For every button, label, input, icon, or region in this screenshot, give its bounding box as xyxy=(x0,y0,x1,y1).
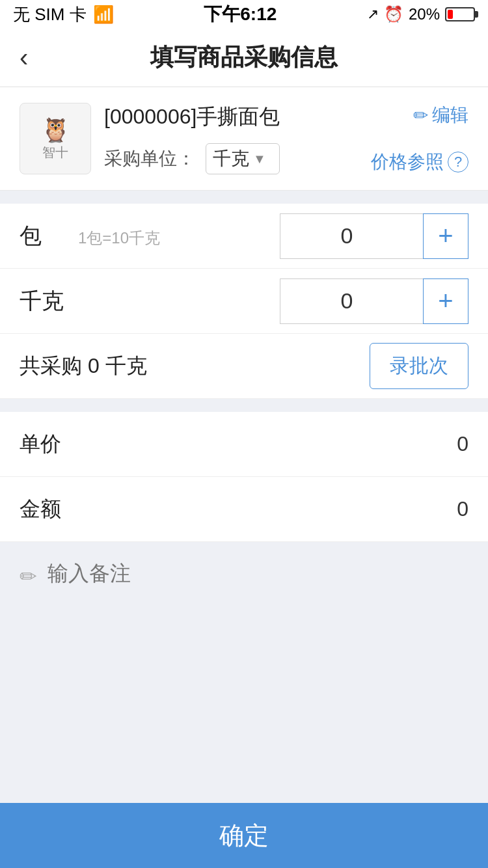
alarm-icon: ⏰ xyxy=(384,5,403,23)
status-bar: 无 SIM 卡 📶 下午6:12 ↗ ⏰ 20% xyxy=(0,0,488,29)
product-info: [0000006]手撕面包 采购单位： 千克 ▼ xyxy=(104,103,358,174)
product-card: 🦉 智十 [0000006]手撕面包 采购单位： 千克 ▼ ✏ 编辑 价格参照 … xyxy=(0,87,488,191)
unit-price-row: 单价 0 xyxy=(0,412,488,477)
nav-bar: ‹ 填写商品采购信息 xyxy=(0,29,488,87)
edit-label: 编辑 xyxy=(432,103,468,128)
kg-label: 千克 xyxy=(20,286,72,316)
location-icon: ↗ xyxy=(367,6,379,23)
quantity-section: 包 1包=10千克 + 千克 + xyxy=(0,204,488,334)
kg-quantity-input[interactable] xyxy=(280,278,423,324)
unit-price-value: 0 xyxy=(457,432,468,456)
product-thumb-label: 智十 xyxy=(42,144,68,161)
status-right: ↗ ⏰ 20% xyxy=(367,5,475,23)
product-unit-row: 采购单位： 千克 ▼ xyxy=(104,143,358,174)
amount-label: 金额 xyxy=(20,495,61,524)
quantity-row-bao: 包 1包=10千克 + xyxy=(0,204,488,269)
quantity-row-kg: 千克 + xyxy=(0,269,488,334)
page-title: 填写商品采购信息 xyxy=(150,42,338,74)
bao-label-wrap: 包 1包=10千克 xyxy=(20,221,280,251)
unit-value: 千克 xyxy=(213,146,249,171)
confirm-button[interactable]: 确定 xyxy=(0,803,488,868)
product-thumbnail: 🦉 智十 xyxy=(20,103,91,174)
battery-icon xyxy=(445,7,475,21)
help-icon: ? xyxy=(448,152,468,172)
total-label: 共采购 0 千克 xyxy=(20,352,147,381)
product-actions: ✏ 编辑 价格参照 ? xyxy=(371,103,468,174)
section-divider-1 xyxy=(0,191,488,204)
price-reference-button[interactable]: 价格参照 ? xyxy=(371,150,468,174)
price-ref-label: 价格参照 xyxy=(371,150,444,174)
status-time: 下午6:12 xyxy=(204,2,277,27)
product-thumb-icon: 🦉 xyxy=(41,116,70,144)
kg-plus-button[interactable]: + xyxy=(423,278,468,324)
bao-label: 包 xyxy=(20,221,72,251)
bao-plus-button[interactable]: + xyxy=(423,213,468,259)
wifi-icon: 📶 xyxy=(93,5,114,25)
notes-input[interactable] xyxy=(47,562,468,586)
amount-value: 0 xyxy=(457,497,468,521)
edit-icon: ✏ xyxy=(413,105,428,126)
bao-sublabel: 1包=10千克 xyxy=(78,228,160,249)
edit-button[interactable]: ✏ 编辑 xyxy=(413,103,468,128)
status-left: 无 SIM 卡 📶 xyxy=(13,3,114,26)
price-info-section: 单价 0 金额 0 xyxy=(0,412,488,542)
product-name: [0000006]手撕面包 xyxy=(104,103,358,131)
unit-label: 采购单位： xyxy=(104,146,195,171)
unit-price-label: 单价 xyxy=(20,430,61,459)
kg-label-wrap: 千克 xyxy=(20,286,280,316)
total-row: 共采购 0 千克 录批次 xyxy=(0,334,488,399)
bao-quantity-input[interactable] xyxy=(280,213,423,259)
unit-select[interactable]: 千克 ▼ xyxy=(206,143,280,174)
batch-button[interactable]: 录批次 xyxy=(370,343,468,389)
notes-section: ✏ xyxy=(0,542,488,672)
pencil-icon: ✏ xyxy=(20,564,37,589)
section-divider-2 xyxy=(0,399,488,412)
bao-input-wrap: + xyxy=(280,213,468,259)
carrier-label: 无 SIM 卡 xyxy=(13,3,87,26)
amount-row: 金额 0 xyxy=(0,477,488,542)
battery-percent: 20% xyxy=(409,5,440,23)
kg-input-wrap: + xyxy=(280,278,468,324)
battery-fill xyxy=(448,10,453,19)
back-button[interactable]: ‹ xyxy=(20,43,28,72)
dropdown-arrow-icon: ▼ xyxy=(253,152,266,167)
